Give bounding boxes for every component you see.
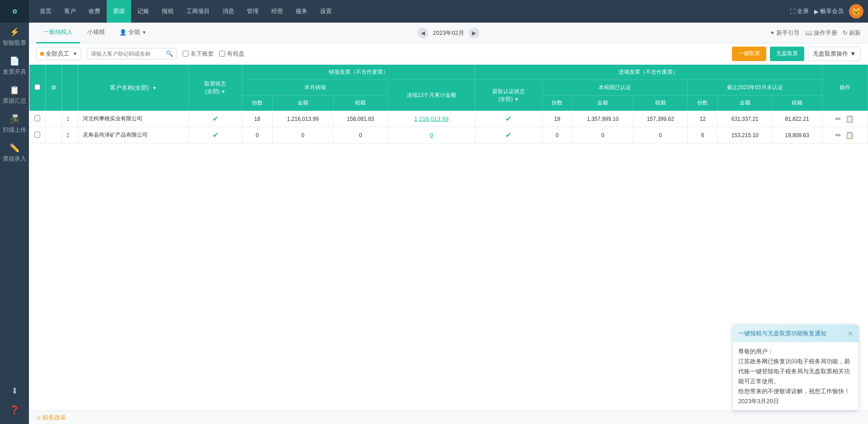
customer-search-input[interactable] bbox=[91, 51, 163, 57]
th-purch-cert-count: 份数 bbox=[542, 95, 572, 111]
cert-check-icon: ✔ bbox=[505, 115, 511, 123]
search-icon[interactable]: 🔍 bbox=[166, 50, 173, 57]
user-avatar[interactable]: 🐱 bbox=[849, 4, 863, 19]
refresh-button[interactable]: ↻ 刷新 bbox=[843, 29, 861, 37]
detail-icon[interactable]: 📋 bbox=[845, 115, 854, 123]
sidebar-bottom: ⬇ ❓ bbox=[0, 381, 29, 424]
sidebar-item-label: 扫描上传 bbox=[3, 126, 26, 134]
fullscreen-button[interactable]: ⛶ 全屏 bbox=[790, 7, 809, 15]
td-checkbox bbox=[29, 127, 46, 143]
member-button[interactable]: ▶ 畅享会员 bbox=[814, 7, 844, 15]
sidebar-item-invoice-entry[interactable]: ✏️ 票据录入 bbox=[0, 138, 29, 167]
nav-invoice[interactable]: 票据 bbox=[107, 0, 131, 23]
nav-settings[interactable]: 设置 bbox=[314, 0, 338, 23]
sidebar-item-scan-upload[interactable]: 📠 扫描上传 bbox=[0, 110, 29, 138]
continuous12-link[interactable]: 0 bbox=[430, 132, 433, 138]
nav-customer[interactable]: 客户 bbox=[58, 0, 82, 23]
tab-general-taxpayer[interactable]: 一般纳税人 bbox=[36, 23, 80, 43]
td-purch-uncert-count: 12 bbox=[688, 111, 718, 127]
nav-management[interactable]: 管理 bbox=[241, 0, 265, 23]
nav-business[interactable]: 工商项目 bbox=[180, 0, 216, 23]
row-checkbox[interactable] bbox=[34, 115, 40, 121]
td-cert-status: ✔ bbox=[475, 127, 542, 143]
sidebar-item-help[interactable]: ❓ bbox=[0, 400, 29, 419]
tax-disk-checkbox-input[interactable] bbox=[219, 51, 225, 57]
td-continuous12: 0 bbox=[388, 127, 475, 143]
td-settings bbox=[46, 127, 62, 143]
account-checkbox-input[interactable] bbox=[183, 51, 189, 57]
sidebar-item-label: 票据录入 bbox=[3, 155, 26, 163]
nav-tax[interactable]: 报税 bbox=[156, 0, 180, 23]
nav-home[interactable]: 首页 bbox=[33, 0, 58, 23]
new-guide-button[interactable]: ✦ 新手引导 bbox=[770, 29, 800, 37]
sidebar-item-label: 发票开具 bbox=[3, 68, 26, 76]
th-purchase-group: 进项发票（不含作废票） bbox=[475, 65, 822, 80]
td-index: 1 bbox=[62, 111, 78, 127]
edit-icon[interactable]: ✏ bbox=[835, 115, 841, 123]
select-all-checkbox[interactable] bbox=[34, 84, 40, 90]
tab-bar: 一般纳税人 小规模 👤 全能 ▼ ◀ 2023年02月 ▶ ✦ 新手引导 bbox=[29, 23, 868, 43]
one-click-fetch-button[interactable]: 一键取票 bbox=[732, 47, 766, 61]
tax-policy-link[interactable]: ⊙ 税务政策 bbox=[36, 414, 66, 422]
tax-disk-filter-checkbox[interactable]: 有税盘 bbox=[219, 50, 245, 58]
scan-upload-icon: 📠 bbox=[9, 114, 19, 124]
member-icon: ▶ bbox=[814, 8, 819, 15]
td-actions: ✏ 📋 bbox=[822, 111, 868, 127]
help-icon: ❓ bbox=[9, 405, 19, 415]
notification-title: 一键报税与无盘取票功能恢复通知 bbox=[738, 329, 826, 338]
th-purch-cert-amount: 金额 bbox=[572, 95, 633, 111]
notification-close-button[interactable]: ✕ bbox=[848, 330, 853, 337]
tab-all[interactable]: 👤 全能 ▼ bbox=[112, 23, 154, 43]
settings-icon[interactable]: ⚙ bbox=[51, 84, 57, 91]
invoice-entry-icon: ✏️ bbox=[9, 143, 19, 153]
download-icon: ⬇ bbox=[11, 386, 18, 396]
nav-operation[interactable]: 经营 bbox=[265, 0, 289, 23]
th-sales-amount: 金额 bbox=[272, 95, 333, 111]
sidebar-item-invoice-summary[interactable]: 📋 票据汇总 bbox=[0, 81, 29, 110]
employee-filter[interactable]: 全部员工 ▼ bbox=[36, 48, 81, 60]
filter-icon[interactable]: ▼ bbox=[514, 97, 519, 102]
sidebar-item-invoice-open[interactable]: 📄 发票开具 bbox=[0, 52, 29, 81]
th-settings: ⚙ bbox=[46, 65, 62, 111]
sidebar-logo[interactable]: ✿ bbox=[0, 0, 29, 23]
sidebar-item-download[interactable]: ⬇ bbox=[0, 381, 29, 400]
tab-small-scale[interactable]: 小规模 bbox=[80, 23, 112, 43]
detail-icon[interactable]: 📋 bbox=[845, 131, 854, 139]
nav-bookkeeping[interactable]: 记账 bbox=[131, 0, 156, 23]
book-icon: 📖 bbox=[805, 29, 812, 36]
td-sales-count: 18 bbox=[242, 111, 273, 127]
filter-icon[interactable]: ▼ bbox=[221, 89, 226, 94]
table-row: 2 灵寿县尚泽矿产品有限公司 ✔ 0 0 0 0 ✔ 0 0 0 6 153,2… bbox=[29, 127, 868, 143]
th-cert-status: 获取认证状态(全部) ▼ bbox=[475, 80, 542, 111]
next-period-button[interactable]: ▶ bbox=[469, 28, 480, 38]
sidebar: ✿ ⚡ 智能取票 📄 发票开具 📋 票据汇总 📠 扫描上传 ✏️ 票据录入 ⬇ … bbox=[0, 0, 29, 424]
invoice-table: ⚙ 客户名称(全部) ▼ 取票状态(全部) ▼ 销项发票（不含作废票） 进项发票… bbox=[29, 64, 868, 143]
row-checkbox[interactable] bbox=[34, 132, 40, 138]
topnav-right: ⛶ 全屏 ▶ 畅享会员 🐱 bbox=[790, 4, 863, 19]
continuous12-link[interactable]: 1,216,013.99 bbox=[414, 115, 448, 122]
nav-billing[interactable]: 收费 bbox=[82, 0, 107, 23]
th-purch-cert-tax: 税额 bbox=[633, 95, 688, 111]
account-filter-checkbox[interactable]: 名下账套 bbox=[183, 50, 214, 58]
customer-search-box: 🔍 bbox=[87, 48, 177, 59]
table-header-row-1: ⚙ 客户名称(全部) ▼ 取票状态(全部) ▼ 销项发票（不含作废票） 进项发票… bbox=[29, 65, 868, 80]
cert-check-icon: ✔ bbox=[505, 131, 511, 139]
filter-icon[interactable]: ▼ bbox=[152, 86, 157, 91]
manual-button[interactable]: 📖 操作手册 bbox=[805, 29, 837, 37]
th-sales-group: 销项发票（不含作废票） bbox=[242, 65, 475, 80]
no-disk-fetch-button[interactable]: 无盘取票 bbox=[770, 47, 804, 61]
notification-text: 尊敬的用户： 江苏政务网已恢复访问电子税务局功能，易代账一键登陆电子税务局与无盘… bbox=[738, 348, 850, 405]
sidebar-item-smart-fetch[interactable]: ⚡ 智能取票 bbox=[0, 23, 29, 52]
td-cert-status: ✔ bbox=[475, 111, 542, 127]
nav-message[interactable]: 消息 bbox=[216, 0, 241, 23]
no-disk-operation-button[interactable]: 无盘取票操作 ▼ bbox=[808, 47, 861, 61]
td-purch-cert-count: 19 bbox=[542, 111, 572, 127]
td-customer: 河北柯摩桃实业有限公司 bbox=[78, 111, 189, 127]
td-continuous12: 1,216,013.99 bbox=[388, 111, 475, 127]
td-sales-count: 0 bbox=[242, 127, 273, 143]
edit-icon[interactable]: ✏ bbox=[835, 131, 841, 139]
th-fetch-status: 取票状态(全部) ▼ bbox=[189, 65, 242, 111]
nav-service[interactable]: 服务 bbox=[289, 0, 314, 23]
td-customer: 灵寿县尚泽矿产品有限公司 bbox=[78, 127, 189, 143]
prev-period-button[interactable]: ◀ bbox=[417, 28, 428, 38]
